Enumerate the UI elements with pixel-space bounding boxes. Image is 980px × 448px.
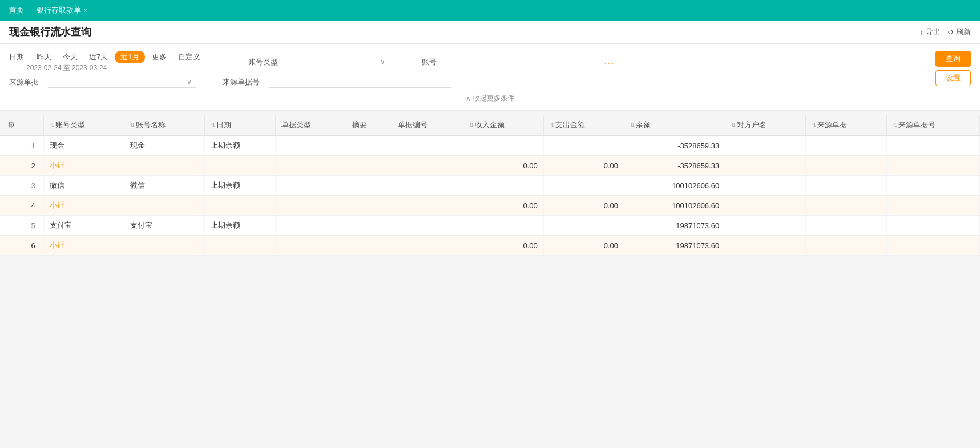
cell-balance: 19871073.60 [624,216,725,236]
source-doc-arrow-icon: ∨ [187,78,192,86]
cell-expense [543,135,624,156]
col-header-date[interactable]: ⇅日期 [204,115,275,135]
col-header-acct_name[interactable]: ⇅账号名称 [124,115,204,135]
cell-source_doc_no [886,236,979,256]
cell-balance: 19871073.60 [624,236,725,256]
date-opt-more[interactable]: 更多 [147,51,171,63]
col-header-balance[interactable]: ⇅余额 [624,115,725,135]
col-header-counterparty[interactable]: ⇅对方户名 [725,115,806,135]
cell-gear [0,236,23,256]
date-opt-custom[interactable]: 自定义 [174,51,205,63]
col-header-gear: ⚙ [0,115,23,135]
date-label: 日期 [9,52,24,62]
cell-doc_type [276,196,346,216]
collapse-bar[interactable]: ∧ 收起更多条件 [9,90,971,103]
table-area: ⚙⇅账号类型⇅账号名称⇅日期单据类型摘要单据编号⇅收入金额⇅支出金额⇅余额⇅对方… [0,115,980,256]
cell-gear [0,156,23,176]
col-header-num [23,115,43,135]
page-title: 现金银行流水查询 [9,25,91,39]
cell-doc_no [392,216,463,236]
nav-tab-bank-deposit[interactable]: 银行存取款单× [31,0,108,21]
cell-acct_name: 支付宝 [124,216,204,236]
cell-source_doc_no [886,176,979,196]
source-doc-select[interactable]: ∨ [48,77,196,88]
table-header: ⚙⇅账号类型⇅账号名称⇅日期单据类型摘要单据编号⇅收入金额⇅支出金额⇅余额⇅对方… [0,115,980,135]
data-table: ⚙⇅账号类型⇅账号名称⇅日期单据类型摘要单据编号⇅收入金额⇅支出金额⇅余额⇅对方… [0,115,980,256]
cell-income [463,135,543,156]
nav-home[interactable]: 首页 [2,0,31,21]
cell-doc_no [392,176,463,196]
col-header-doc_no: 单据编号 [392,115,463,135]
refresh-button[interactable]: ↺ 刷新 [947,27,971,37]
acct-no-ellipsis-button[interactable]: ... [604,56,615,67]
refresh-label: 刷新 [956,27,971,37]
query-button[interactable]: 查询 [935,51,971,67]
cell-acct_name [124,156,204,176]
table-row: 4小计0.000.00100102606.60 [0,196,980,216]
cell-counterparty [725,196,806,216]
cell-summary [346,156,392,176]
gear-icon[interactable]: ⚙ [7,120,15,130]
collapse-icon: ∧ [466,95,471,103]
sort-icon-acct_name: ⇅ [130,122,135,128]
cell-date: 上期余额 [204,176,275,196]
date-opt-near7[interactable]: 近7天 [84,51,112,63]
cell-date: 上期余额 [204,135,275,156]
col-header-income[interactable]: ⇅收入金额 [463,115,543,135]
cell-acct_type: 小计 [43,156,124,176]
sort-icon-source_doc: ⇅ [812,122,816,128]
subtotal-label: 小计 [50,241,64,249]
acct-no-label: 账号 [422,57,437,67]
cell-summary [346,176,392,196]
nav-tabs: 收款单×付款单×其他收入单×应收应付调整单×银行存取款单×预收冲应收单×收款核销… [31,0,108,21]
subtotal-label: 小计 [50,201,64,209]
cell-doc_no [392,135,463,156]
date-opt-today[interactable]: 今天 [58,51,82,63]
nav-tab-close-bank-deposit[interactable]: × [84,7,87,14]
cell-date [204,156,275,176]
cell-acct_type: 支付宝 [43,216,124,236]
acct-type-label: 账号类型 [248,57,278,67]
cell-gear [0,135,23,156]
cell-source_doc [806,135,886,156]
date-range: 2023-02-24 至 2023-03-24 [26,63,107,73]
table-body: 1现金现金上期余额-3528659.332小计0.000.00-3528659.… [0,135,980,256]
cell-gear [0,176,23,196]
table-row: 3微信微信上期余额100102606.60 [0,176,980,196]
cell-balance: 100102606.60 [624,176,725,196]
cell-num: 5 [23,216,43,236]
home-label: 首页 [9,5,24,15]
col-header-expense[interactable]: ⇅支出金额 [543,115,624,135]
sort-icon-income: ⇅ [469,122,474,128]
col-header-acct_type[interactable]: ⇅账号类型 [43,115,124,135]
cell-doc_type [276,156,346,176]
table-row: 1现金现金上期余额-3528659.33 [0,135,980,156]
cell-counterparty [725,216,806,236]
cell-counterparty [725,176,806,196]
cell-source_doc_no [886,196,979,216]
date-opt-near1m[interactable]: 近1月 [115,51,145,63]
acct-type-select[interactable]: ∨ [287,56,390,67]
cell-acct_type: 现金 [43,135,124,156]
cell-gear [0,216,23,236]
cell-doc_type [276,135,346,156]
cell-income: 0.00 [463,156,543,176]
source-doc-label: 来源单据 [9,77,39,87]
source-doc-no-input[interactable] [269,76,451,88]
top-navigation: 首页 收款单×付款单×其他收入单×应收应付调整单×银行存取款单×预收冲应收单×收… [0,0,980,21]
cell-num: 6 [23,236,43,256]
cell-income [463,176,543,196]
settings-button[interactable]: 设置 [935,70,971,86]
date-opt-yesterday[interactable]: 昨天 [32,51,56,63]
cell-acct_name [124,236,204,256]
sort-icon-counterparty: ⇅ [731,122,736,128]
export-button[interactable]: ↑ 导出 [920,27,941,37]
cell-summary [346,216,392,236]
cell-acct_type: 微信 [43,176,124,196]
col-header-source_doc[interactable]: ⇅来源单据 [806,115,886,135]
cell-doc_type [276,176,346,196]
col-header-source_doc_no[interactable]: ⇅来源单据号 [886,115,979,135]
cell-doc_no [392,156,463,176]
cell-summary [346,236,392,256]
sort-icon-acct_type: ⇅ [50,122,54,128]
